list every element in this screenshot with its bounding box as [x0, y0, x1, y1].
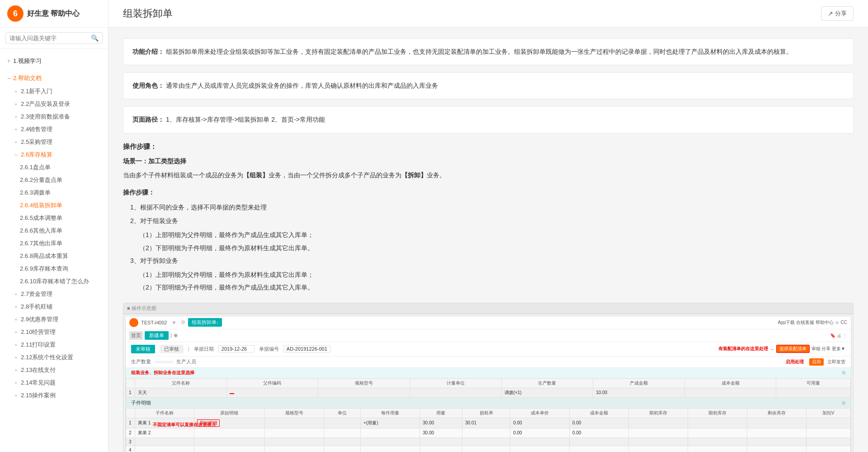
- mock-code-value[interactable]: AD-20191226-001: [283, 345, 330, 352]
- sidebar-item-online-pay[interactable]: + 2.13在线支付: [0, 364, 108, 376]
- annotation-enable-label: 启用处理: [786, 359, 804, 365]
- collapse-icon: −: [14, 152, 17, 157]
- mock-cell-name: 天天: [135, 388, 227, 397]
- mock-page-icons: 🔖 🖨 ⋮: [830, 333, 847, 338]
- sidebar-item-sales[interactable]: + 2.4销售管理: [0, 123, 108, 136]
- table-row: 2 果果 2 30.00 0.00 0.00: [126, 428, 851, 438]
- mock-confirm-btn[interactable]: 立即发货: [827, 359, 845, 365]
- sidebar-item-inventory-book[interactable]: 2.6.9库存账本查询: [0, 262, 108, 275]
- sidebar-item-personalize[interactable]: + 2.12系统个性化设置: [0, 351, 108, 364]
- sidebar-item-beginner[interactable]: + 2.1新手入门: [0, 85, 108, 98]
- sidebar-item-finance[interactable]: + 2.7资金管理: [0, 288, 108, 300]
- sidebar-item-video-learning[interactable]: + 1.视频学习: [0, 54, 108, 68]
- sidebar-header: 6 好生意 帮助中心: [0, 0, 108, 28]
- expand-icon: +: [14, 342, 17, 347]
- mock-tab-reviewed[interactable]: 已审核: [160, 345, 184, 353]
- sidebar-item-inventory-check[interactable]: 2.6.1盘点单: [0, 161, 108, 174]
- table-row: 4: [126, 446, 851, 452]
- expand-icon: +: [14, 114, 17, 119]
- mock-enable-btn[interactable]: 启用: [809, 358, 824, 366]
- mock-person-label: 生产人员: [176, 358, 196, 365]
- mock-lcell-spec1: [264, 418, 324, 428]
- mock-lcol-usage: 用量: [420, 408, 462, 418]
- mock-bom-area: 有装配清单的在这里处理 → 选择装配清单 审核 分享 更多▼: [718, 345, 845, 353]
- mock-code-label: 单据编号: [259, 346, 279, 352]
- mock-bom-btn[interactable]: 选择装配清单: [776, 345, 810, 353]
- expand-icon: +: [14, 139, 17, 145]
- expand-icon: +: [14, 393, 17, 398]
- table-row: 3: [126, 438, 851, 446]
- step2: 2、对于组装业务: [130, 215, 854, 227]
- mock-date-value[interactable]: 2019-12-26: [218, 345, 255, 352]
- mock-cell-code-input[interactable]: [230, 393, 234, 394]
- table-row: 1 天天 调拨(×1) 10.00: [126, 388, 851, 397]
- sidebar-item-transfer[interactable]: 2.6.3调拨单: [0, 186, 108, 199]
- mock-lcol-unit: 单位: [324, 408, 361, 418]
- sidebar-item-purchase[interactable]: + 2.5采购管理: [0, 136, 108, 148]
- mock-home-btn[interactable]: 首页: [129, 331, 143, 340]
- mock-add-icon: ⊕: [174, 333, 178, 338]
- mock-cell-pamt: 10.00: [593, 388, 685, 397]
- expand-icon: +: [14, 101, 17, 107]
- mock-cell-spec: [318, 388, 410, 397]
- main-area: 组装拆卸单 ↗ 分享 功能介绍： 组装拆卸单用来处理企业组装或拆卸等加工业务，支…: [108, 0, 868, 452]
- intro-block: 功能介绍： 组装拆卸单用来处理企业组装或拆卸等加工业务，支持有固定装配清单的产品…: [123, 38, 854, 65]
- sidebar-item-other-in[interactable]: 2.6.6其他入库单: [0, 224, 108, 237]
- mock-lcell-loss1: 30.01: [462, 418, 510, 428]
- search-box[interactable]: 🔍: [5, 32, 103, 44]
- mock-lcell-vadj1: [806, 418, 850, 428]
- sidebar-item-install[interactable]: + 2.2产品安装及登录: [0, 98, 108, 110]
- mock-date-label: 单据日期: [194, 346, 214, 352]
- sidebar-item-help-docs[interactable]: − 2.帮助文档: [0, 71, 108, 85]
- sidebar-item-operations[interactable]: + 2.10经营管理: [0, 326, 108, 338]
- sidebar-item-inventory[interactable]: − 2.6库存核算: [0, 148, 108, 161]
- mock-lower-header: 子件明细 ⊞: [126, 398, 851, 408]
- mock-lcell-camt1: 0.00: [570, 418, 629, 428]
- mock-lower-table-wrap: 不固定清单可以直接在这里录入 子件名称 原始明细 规格型号 单位 每件用量: [126, 408, 851, 452]
- mock-lcell-each1: +(用量): [361, 418, 420, 428]
- search-area: 🔍: [0, 28, 108, 49]
- search-input[interactable]: [9, 35, 91, 42]
- mock-form-area: 未审核 已审核 | 单据日期 2019-12-26 单据编号 AD-201912…: [126, 342, 851, 357]
- sidebar-item-faq[interactable]: + 2.14常见问题: [0, 376, 108, 389]
- mock-expand-icon2: ⊞: [842, 370, 845, 375]
- sidebar-item-book-error[interactable]: 2.6.10库存账本错了怎么办: [0, 275, 108, 288]
- mock-qty-value[interactable]: [155, 361, 173, 363]
- mock-lower-title: 子件明细: [131, 400, 151, 406]
- mock-new-doc-btn[interactable]: 新建单: [145, 331, 169, 340]
- mock-tab-unreviewed[interactable]: 未审核: [131, 345, 155, 353]
- sidebar-item-coupon[interactable]: + 2.9优惠券管理: [0, 313, 108, 326]
- sidebar-item-assembly[interactable]: 2.6.4组装拆卸单: [0, 199, 108, 212]
- search-icon[interactable]: 🔍: [91, 34, 99, 42]
- mock-upper-table: 父件名称 父件编码 规格型号 计量单位 生产数量 产成金额 成本金额 可用量: [126, 378, 851, 398]
- step2-sub2: （2）下部明细为子件明细，最终作为原材料生成其它出库单。: [139, 242, 854, 254]
- sidebar-item-data-prep[interactable]: + 2.3使用前数据准备: [0, 110, 108, 123]
- mock-lcol-cprice: 成本单价: [510, 408, 570, 418]
- expand-icon: +: [14, 127, 17, 132]
- share-button[interactable]: ↗ 分享: [821, 6, 854, 21]
- screenshot-inner: TEST-H002 ▼ ⚙ 组装拆卸单- App下载 在线客服 帮助中心 ☺ C…: [123, 314, 853, 452]
- mock-lcell-init21: [688, 418, 747, 428]
- nav-sub-list: + 2.1新手入门 + 2.2产品安装及登录 + 2.3使用前数据准备 + 2.…: [0, 85, 108, 402]
- sidebar-item-cost-recalc[interactable]: 2.6.8商品成本重算: [0, 250, 108, 262]
- content-area: 功能介绍： 组装拆卸单用来处理企业组装或拆卸等加工业务，支持有固定装配清单的产品…: [108, 28, 868, 452]
- expand-icon: +: [14, 380, 17, 385]
- sidebar-item-other-out[interactable]: 2.6.7其他出库单: [0, 237, 108, 250]
- mock-lcell-unit1: [324, 418, 361, 428]
- mock-dropdown-icon: ▼: [171, 320, 176, 325]
- sidebar-item-cost-adjust[interactable]: 2.6.5成本调整单: [0, 212, 108, 224]
- sidebar-item-print[interactable]: + 2.11打印设置: [0, 338, 108, 351]
- mock-lcol-each: 每件用量: [361, 408, 420, 418]
- mock-lcol-vadj: 加扣V: [806, 408, 850, 418]
- mock-cell-camt: [684, 388, 776, 397]
- expand-icon: +: [14, 89, 17, 94]
- sidebar-item-partial-check[interactable]: 2.6.2分量盘点单: [0, 174, 108, 186]
- mock-section-header: 组装业务、拆卸业务在这里选择 ⊞: [126, 368, 851, 378]
- step2-sub1: （1）上部明细为父件明细，最终作为产成品生成其它入库单；: [139, 229, 854, 241]
- sidebar: 6 好生意 帮助中心 🔍 + 1.视频学习 − 2.帮助文档 +: [0, 0, 108, 452]
- arrow-icon: →: [770, 347, 774, 352]
- mock-lcol-camt: 成本金额: [570, 408, 629, 418]
- sidebar-item-mobile[interactable]: + 2.8手机旺铺: [0, 300, 108, 313]
- sidebar-item-cases[interactable]: + 2.15操作案例: [0, 389, 108, 402]
- mock-cell-unit: [410, 388, 501, 397]
